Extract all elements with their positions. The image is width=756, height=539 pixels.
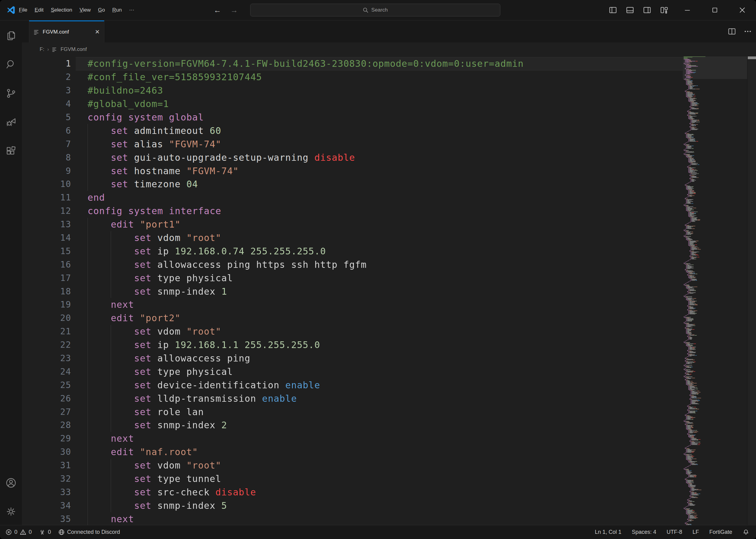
vscode-window: File Edit Selection View Go Run ··· ← → … [0, 0, 756, 539]
source-control-icon[interactable] [5, 88, 17, 99]
line-number: 35 [22, 514, 71, 524]
code-line[interactable]: 1#config-version=FGVM64-7.4.1-FW-build24… [22, 57, 683, 70]
line-number: 26 [22, 394, 71, 404]
discord-label: Connected to Discord [67, 529, 120, 535]
line-number: 2 [22, 72, 71, 82]
ports-indicator[interactable]: 0 [39, 529, 51, 535]
code-line[interactable]: 10set timezone 04 [22, 178, 683, 191]
code-line[interactable]: 33set src-check disable [22, 486, 683, 499]
line-text: edit "port1" [88, 219, 181, 230]
eol-setting[interactable]: LF [693, 529, 699, 535]
menu-go[interactable]: Go [94, 5, 109, 15]
code-line[interactable]: 34set snmp-index 5 [22, 499, 683, 512]
code-line[interactable]: 26set lldp-transmission enable [22, 392, 683, 405]
line-text: set allowaccess ping [88, 353, 251, 364]
line-number: 12 [22, 206, 71, 216]
code-line[interactable]: 4#global_vdom=1 [22, 97, 683, 111]
toggle-panel-icon[interactable] [626, 6, 634, 14]
more-actions-icon[interactable] [744, 28, 752, 36]
scrollbar-slider[interactable] [748, 56, 756, 59]
code-line[interactable]: 19next [22, 298, 683, 311]
code-lines: 1#config-version=FGVM64-7.4.1-FW-build24… [22, 57, 683, 525]
line-number: 15 [22, 246, 71, 256]
tab-fgvm-conf[interactable]: FGVM.conf ✕ [29, 21, 104, 42]
code-line[interactable]: 7set alias "FGVM-74" [22, 137, 683, 151]
minimap[interactable] [683, 56, 747, 525]
menu-edit[interactable]: Edit [31, 5, 47, 15]
code-line[interactable]: 32set type tunnel [22, 472, 683, 486]
code-line[interactable]: 27set role lan [22, 405, 683, 419]
code-line[interactable]: 22set ip 192.168.1.1 255.255.255.0 [22, 338, 683, 352]
extensions-icon[interactable] [5, 145, 17, 157]
toggle-primary-sidebar-icon[interactable] [609, 6, 617, 14]
code-line[interactable]: 24set type physical [22, 365, 683, 378]
nav-forward-icon[interactable]: → [230, 6, 238, 15]
settings-gear-icon[interactable] [5, 506, 17, 517]
menu-overflow-icon[interactable]: ··· [125, 5, 138, 15]
language-mode[interactable]: FortiGate [709, 529, 732, 535]
discord-status[interactable]: Connected to Discord [58, 529, 120, 535]
title-bar: File Edit Selection View Go Run ··· ← → … [0, 0, 756, 21]
code-line[interactable]: 28set snmp-index 2 [22, 419, 683, 432]
code-line[interactable]: 11end [22, 191, 683, 204]
explorer-icon[interactable] [5, 30, 17, 41]
minimize-button[interactable] [674, 0, 701, 20]
status-bar: 0 0 0 Connected to Discord [0, 525, 756, 539]
customize-layout-icon[interactable] [660, 6, 668, 14]
code-line[interactable]: 29next [22, 432, 683, 445]
code-line[interactable]: 35next [22, 512, 683, 525]
code-line[interactable]: 18set snmp-index 1 [22, 284, 683, 298]
code-line[interactable]: 21set vdom "root" [22, 325, 683, 338]
nav-back-icon[interactable]: ← [214, 6, 221, 15]
line-text: #conf_file_ver=515859932107445 [88, 72, 262, 82]
code-line[interactable]: 15set ip 192.168.0.74 255.255.255.0 [22, 244, 683, 258]
code-line[interactable]: 3#buildno=2463 [22, 84, 683, 97]
code-line[interactable]: 2#conf_file_ver=515859932107445 [22, 70, 683, 84]
code-line[interactable]: 5config system global [22, 111, 683, 124]
search-icon [363, 7, 369, 13]
tab-label: FGVM.conf [43, 29, 69, 35]
cursor-position[interactable]: Ln 1, Col 1 [595, 529, 622, 535]
line-number: 29 [22, 433, 71, 443]
account-icon[interactable] [5, 477, 17, 489]
close-button[interactable] [728, 0, 756, 20]
split-editor-icon[interactable] [728, 28, 736, 36]
code-line[interactable]: 16set allowaccess ping https ssh http fg… [22, 258, 683, 271]
warning-icon [20, 529, 26, 535]
vertical-scrollbar[interactable] [747, 56, 756, 525]
notifications-bell-icon[interactable] [743, 529, 749, 536]
toggle-secondary-sidebar-icon[interactable] [643, 6, 651, 14]
maximize-button[interactable] [701, 0, 728, 20]
line-number: 31 [22, 460, 71, 470]
code-line[interactable]: 17set type physical [22, 271, 683, 284]
search-sidebar-icon[interactable] [5, 58, 17, 70]
file-list-icon [34, 29, 40, 35]
code-line[interactable]: 31set vdom "root" [22, 459, 683, 472]
indentation-setting[interactable]: Spaces: 4 [632, 529, 656, 535]
code-line[interactable]: 23set allowaccess ping [22, 352, 683, 365]
command-center-search[interactable]: Search [250, 4, 500, 17]
line-text: set vdom "root" [88, 326, 221, 337]
line-number: 19 [22, 300, 71, 310]
run-debug-icon[interactable] [5, 116, 17, 128]
code-line[interactable]: 8set gui-auto-upgrade-setup-warning disa… [22, 151, 683, 164]
code-line[interactable]: 25set device-identification enable [22, 378, 683, 392]
menu-selection[interactable]: Selection [47, 5, 76, 15]
code-editor[interactable]: 1#config-version=FGVM64-7.4.1-FW-build24… [22, 56, 756, 525]
chevron-right-icon: › [47, 47, 49, 52]
code-line[interactable]: 12config system interface [22, 204, 683, 218]
menu-run[interactable]: Run [109, 5, 125, 15]
breadcrumb-file[interactable]: FGVM.conf [60, 46, 87, 52]
code-line[interactable]: 6set admintimeout 60 [22, 124, 683, 137]
encoding-setting[interactable]: UTF-8 [667, 529, 682, 535]
problems-indicator[interactable]: 0 0 [6, 529, 32, 535]
breadcrumb-drive[interactable]: F: [40, 46, 44, 52]
code-line[interactable]: 30edit "naf.root" [22, 445, 683, 459]
code-line[interactable]: 13edit "port1" [22, 218, 683, 231]
code-line[interactable]: 14set vdom "root" [22, 231, 683, 245]
menu-view[interactable]: View [76, 5, 95, 15]
code-line[interactable]: 9set hostname "FGVM-74" [22, 164, 683, 178]
menu-file[interactable]: File [15, 5, 31, 15]
tab-close-icon[interactable]: ✕ [95, 28, 100, 36]
code-line[interactable]: 20edit "port2" [22, 311, 683, 325]
